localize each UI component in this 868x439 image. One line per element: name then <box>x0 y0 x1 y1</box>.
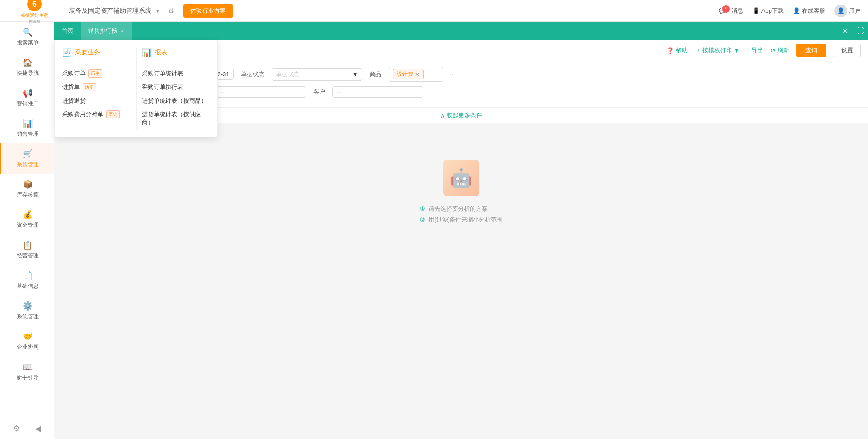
industry-btn[interactable]: 体验行业方案 <box>183 4 233 18</box>
sidebar-label-purchase: 采购管理 <box>17 161 39 168</box>
menu-item-purchase-order[interactable]: 采购订单 历史 <box>62 67 131 80</box>
tab-home-label: 首页 <box>62 27 73 35</box>
customer-dots: ··· <box>336 89 341 95</box>
hist-badge-expense: 历史 <box>106 110 120 118</box>
sales-icon: 📊 <box>23 118 33 128</box>
menu-item-purchase-order-exec-label: 采购订单执行表 <box>142 83 183 91</box>
sidebar-item-quick-nav[interactable]: 🏠 快捷导航 <box>0 52 54 83</box>
user-action[interactable]: 👤 用户 <box>834 5 861 17</box>
header-settings-icon[interactable]: ⚙ <box>168 6 174 15</box>
goods-input[interactable]: 设计费 ✕ <box>389 67 443 82</box>
sidebar-label-enterprise: 企业协同 <box>17 343 39 351</box>
sidebar-settings-icon[interactable]: ⚙ <box>13 424 20 434</box>
menu-item-return[interactable]: 进货退货 <box>62 94 131 108</box>
empty-robot-icon: 🤖 <box>443 160 479 196</box>
print-dropdown-icon: ▼ <box>734 47 740 54</box>
logo-edition: 标准版 <box>29 19 41 25</box>
tab-close-icon[interactable]: ✕ <box>120 28 124 34</box>
message-action[interactable]: 💬 9 消息 <box>719 7 743 15</box>
purchase-dropdown-menu: 🧾 采购业务 采购订单 历史 进货单 历史 进货退货 采购费用分摊单 历史 📊 … <box>54 40 218 137</box>
search-icon: 🔍 <box>23 27 33 37</box>
purchase-section-icon: 🧾 <box>62 48 72 58</box>
sidebar-item-enterprise[interactable]: 🤝 企业协同 <box>0 326 54 356</box>
sidebar-item-guide[interactable]: 📖 新手引导 <box>0 356 54 387</box>
sidebar-item-operations[interactable]: 📋 经营管理 <box>0 235 54 265</box>
home-icon: 🏠 <box>23 58 33 68</box>
report-section-title: 📊 报表 <box>142 48 210 61</box>
sidebar-item-search[interactable]: 🔍 搜索菜单 <box>0 22 54 52</box>
doc-status-input[interactable]: 单据状态 ▼ <box>272 68 362 81</box>
export-icon: ↑ <box>747 47 750 54</box>
logo-brand: 畅捷通好生意 <box>21 12 48 19</box>
menu-divider <box>136 48 137 129</box>
finance-icon: 💰 <box>23 210 33 220</box>
settings-page-btn[interactable]: 设置 <box>834 44 861 57</box>
goods-label: 商品 <box>370 70 381 79</box>
logo-icon: 6 <box>27 0 42 11</box>
sidebar-label-system: 系统管理 <box>17 313 39 321</box>
menu-item-incoming-stats-goods[interactable]: 进货单统计表（按商品） <box>142 94 210 108</box>
menu-item-purchase-order-exec[interactable]: 采购订单执行表 <box>142 80 210 94</box>
app-download-action[interactable]: 📱 App下载 <box>752 7 784 15</box>
sidebar-collapse-icon[interactable]: ◀ <box>35 424 41 434</box>
sidebar-item-purchase[interactable]: 🛒 采购管理 <box>0 143 54 174</box>
refresh-btn[interactable]: ↺ 刷新 <box>770 46 789 54</box>
print-icon: 🖨 <box>695 47 701 54</box>
purchase-icon: 🛒 <box>23 149 33 159</box>
tab-home[interactable]: 首页 <box>54 22 81 40</box>
export-btn[interactable]: ↑ 导出 <box>747 46 764 54</box>
sidebar-item-finance[interactable]: 💰 资金管理 <box>0 204 54 235</box>
phone-icon: 📱 <box>752 7 760 14</box>
header-right: 💬 9 消息 📱 App下载 👤 在线客服 👤 用户 <box>719 5 861 17</box>
menu-item-expense[interactable]: 采购费用分摊单 历史 <box>62 108 131 121</box>
sidebar-item-basic-info[interactable]: 📄 基础信息 <box>0 265 54 296</box>
tab-sales-rank[interactable]: 销售排行榜 ✕ <box>81 22 132 40</box>
online-service-label: 在线客服 <box>802 7 825 15</box>
refresh-icon: ↺ <box>770 47 775 54</box>
goods-tag: 设计费 ✕ <box>393 69 424 79</box>
menu-item-return-label: 进货退货 <box>62 97 86 105</box>
online-service-action[interactable]: 👤 在线客服 <box>793 7 825 15</box>
report-section-icon: 📊 <box>142 48 152 58</box>
basic-info-icon: 📄 <box>23 271 33 281</box>
help-icon: ❓ <box>667 47 674 54</box>
help-link[interactable]: ❓ 帮助 <box>667 46 688 54</box>
empty-hint-2: ② 用[过滤]条件来缩小分析范围 <box>420 214 503 225</box>
doc-status-placeholder: 单据状态 <box>276 70 299 79</box>
app-download-label: App下载 <box>761 7 784 15</box>
inventory-icon: 📦 <box>23 179 33 189</box>
operations-icon: 📋 <box>23 240 33 250</box>
menu-item-incoming-label: 进货单 <box>62 83 80 91</box>
title-dropdown-icon[interactable]: ▼ <box>155 8 161 14</box>
service-icon: 👤 <box>793 7 800 14</box>
query-btn[interactable]: 查询 <box>796 44 826 57</box>
sidebar-label-finance: 资金管理 <box>17 222 39 229</box>
tab-close-all-icon[interactable]: ✕ <box>837 27 853 35</box>
menu-item-incoming[interactable]: 进货单 历史 <box>62 80 131 94</box>
goods-more-dots[interactable]: ··· <box>450 71 455 78</box>
purchase-section: 🧾 采购业务 采购订单 历史 进货单 历史 进货退货 采购费用分摊单 历史 <box>62 48 131 129</box>
sidebar-item-inventory[interactable]: 📦 库存核算 <box>0 174 54 204</box>
sidebar-item-system[interactable]: ⚙️ 系统管理 <box>0 296 54 326</box>
staff-input[interactable]: ··· <box>215 86 306 98</box>
purchase-section-title: 🧾 采购业务 <box>62 48 131 61</box>
enterprise-icon: 🤝 <box>23 331 33 341</box>
sidebar-item-sales[interactable]: 📊 销售管理 <box>0 113 54 143</box>
report-section: 📊 报表 采购订单统计表 采购订单执行表 进货单统计表（按商品） 进货单统计表（… <box>142 48 210 129</box>
tab-expand-icon[interactable]: ⛶ <box>853 27 868 35</box>
logo-area: 6 畅捷通好生意 标准版 <box>7 0 62 25</box>
top-header: 6 畅捷通好生意 标准版 装备及固定资产辅助管理系统 ▼ ⚙ 体验行业方案 💬 … <box>0 0 868 22</box>
print-btn[interactable]: 🖨 按模板打印 ▼ <box>695 46 740 54</box>
sidebar-label-sales: 销售管理 <box>17 130 39 138</box>
customer-input[interactable]: ··· <box>332 86 423 98</box>
sidebar-label-search: 搜索菜单 <box>17 39 39 47</box>
menu-item-incoming-stats-supplier[interactable]: 进货单统计表（按供应商） <box>142 108 210 129</box>
sidebar-label-basic-info: 基础信息 <box>17 282 39 290</box>
staff-dots: ··· <box>219 89 224 95</box>
sidebar-label-operations: 经营管理 <box>17 252 39 260</box>
menu-item-purchase-order-stats[interactable]: 采购订单统计表 <box>142 67 210 80</box>
sidebar-item-marketing[interactable]: 📢 营销推广 <box>0 83 54 113</box>
goods-tag-remove[interactable]: ✕ <box>415 71 419 78</box>
hist-badge-purchase-order: 历史 <box>88 69 102 78</box>
customer-label: 客户 <box>313 88 325 96</box>
